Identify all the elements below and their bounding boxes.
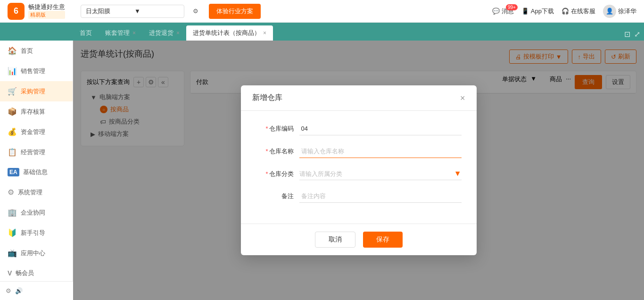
newbie-icon: 🔰 xyxy=(8,228,17,237)
tab-accounts-close-icon[interactable]: × xyxy=(132,30,136,36)
warehouse-category-select[interactable]: ▼ xyxy=(299,167,462,180)
tab-purchase-stats[interactable]: 进货单统计表（按商品） × xyxy=(186,25,273,41)
logo-sub: 精易版 xyxy=(28,11,65,19)
logo-icon: 6 xyxy=(8,3,25,20)
sales-icon: 📊 xyxy=(8,67,17,75)
warehouse-name-label: 仓库名称 xyxy=(256,147,294,156)
sidebar-bottom-bar: ⚙ 🔊 xyxy=(0,281,73,300)
search-box[interactable]: 日太阳膜 ▼ xyxy=(81,5,184,18)
tab-accounts[interactable]: 账套管理 × xyxy=(99,25,142,41)
search-dropdown-icon[interactable]: ▼ xyxy=(134,8,179,15)
sidebar-item-vip[interactable]: V 畅会员 xyxy=(0,263,73,283)
apps-icon: 📺 xyxy=(8,249,17,258)
page-content: 进货单统计(按商品) 🖨 按模板打印 ▼ ↑ 导出 ↺ 刷新 xyxy=(73,41,644,300)
logo-title: 畅捷通好生意 xyxy=(28,3,65,11)
category-dropdown-icon: ▼ xyxy=(454,169,462,178)
settings-bottom-icon[interactable]: ⚙ xyxy=(6,287,11,294)
experience-button[interactable]: 体验行业方案 xyxy=(209,4,261,19)
finance-icon: 💰 xyxy=(8,127,17,136)
form-row-remark: 备注 xyxy=(256,190,462,203)
modal-header: 新增仓库 × xyxy=(241,85,477,111)
sidebar-item-operation[interactable]: 📋 经营管理 xyxy=(0,142,73,162)
online-service-label: 在线客服 xyxy=(571,7,595,16)
vip-icon: V xyxy=(8,269,12,277)
top-header: 6 畅捷通好生意 精易版 日太阳膜 ▼ ⚙ 体验行业方案 💬 消息 99+ 📱 … xyxy=(0,0,644,23)
app-download-label: App下载 xyxy=(531,7,554,16)
speaker-icon[interactable]: 🔊 xyxy=(15,287,23,294)
sidebar-item-apps[interactable]: 📺 应用中心 xyxy=(0,243,73,263)
warehouse-code-input[interactable] xyxy=(299,122,462,135)
header-right: 💬 消息 99+ 📱 App下载 🎧 在线客服 👤 徐泽华 xyxy=(492,5,636,18)
sidebar-item-finance[interactable]: 💰 资金管理 xyxy=(0,122,73,142)
save-button[interactable]: 保存 xyxy=(363,232,403,248)
sidebar-item-sales[interactable]: 📊 销售管理 xyxy=(0,61,73,81)
tab-purchase-return-close-icon[interactable]: × xyxy=(176,30,180,36)
tab-purchase-return[interactable]: 进货退货 × xyxy=(142,25,186,41)
sidebar-item-basic[interactable]: EA 基础信息 xyxy=(0,162,73,182)
sidebar-item-home[interactable]: 🏠 首页 xyxy=(0,41,73,61)
sidebar-item-inventory[interactable]: 📦 库存核算 xyxy=(0,101,73,122)
sidebar-item-system[interactable]: ⚙ 系统管理 xyxy=(0,182,73,202)
tab-accounts-label: 账套管理 xyxy=(105,29,130,37)
basic-icon: EA xyxy=(8,168,19,176)
tab-purchase-stats-label: 进货单统计表（按商品） xyxy=(193,29,260,37)
sidebar-inventory-label: 库存核算 xyxy=(21,108,45,116)
search-value: 日太阳膜 xyxy=(86,7,131,16)
modal-title: 新增仓库 xyxy=(252,93,282,103)
system-icon: ⚙ xyxy=(8,188,14,197)
inventory-icon: 📦 xyxy=(8,107,17,116)
sidebar-apps-label: 应用中心 xyxy=(21,249,45,258)
form-row-code: 仓库编码 xyxy=(256,122,462,135)
sidebar-item-enterprise[interactable]: 🏢 企业协同 xyxy=(0,202,73,223)
remark-label: 备注 xyxy=(256,192,294,200)
sidebar: 🏠 首页 📊 销售管理 🛒 采购管理 📦 库存核算 💰 资金管理 📋 经营管理 … xyxy=(0,41,73,300)
sidebar-item-newbie[interactable]: 🔰 新手引导 xyxy=(0,223,73,243)
logo-area: 6 畅捷通好生意 精易版 xyxy=(8,3,81,20)
mobile-icon: 📱 xyxy=(521,8,529,15)
warehouse-name-input[interactable] xyxy=(299,145,462,158)
modal-body: 仓库编码 仓库名称 仓库分类 ▼ xyxy=(241,111,477,224)
modal-close-icon[interactable]: × xyxy=(460,94,465,102)
sidebar-purchase-label: 采购管理 xyxy=(21,87,45,96)
sidebar-sales-label: 销售管理 xyxy=(21,67,45,75)
tab-bar-actions: ⊡ ⤢ xyxy=(624,30,644,41)
app-download-item[interactable]: 📱 App下载 xyxy=(521,7,554,16)
tab-purchase-stats-close-icon[interactable]: × xyxy=(263,30,266,36)
message-item[interactable]: 💬 消息 99+ xyxy=(492,7,514,16)
warehouse-category-input[interactable] xyxy=(299,170,454,177)
modal-footer: 取消 保存 xyxy=(241,224,477,255)
modal-overlay: 新增仓库 × 仓库编码 仓库名称 仓库分类 xyxy=(73,41,644,300)
modal-new-warehouse: 新增仓库 × 仓库编码 仓库名称 仓库分类 xyxy=(241,85,477,255)
gear-icon[interactable]: ⚙ xyxy=(188,4,203,19)
main-layout: 🏠 首页 📊 销售管理 🛒 采购管理 📦 库存核算 💰 资金管理 📋 经营管理 … xyxy=(0,41,644,300)
header-search: 日太阳膜 ▼ ⚙ 体验行业方案 xyxy=(81,4,492,19)
user-item[interactable]: 👤 徐泽华 xyxy=(603,5,636,18)
tab-window-icon[interactable]: ⊡ xyxy=(624,30,630,39)
tab-bar: 首页 账套管理 × 进货退货 × 进货单统计表（按商品） × ⊡ ⤢ xyxy=(0,23,644,41)
username: 徐泽华 xyxy=(618,7,636,16)
warehouse-code-label: 仓库编码 xyxy=(256,125,294,133)
operation-icon: 📋 xyxy=(8,148,17,157)
sidebar-system-label: 系统管理 xyxy=(18,188,42,197)
headphone-icon: 🎧 xyxy=(561,8,569,15)
sidebar-vip-label: 畅会员 xyxy=(16,269,34,277)
cancel-button[interactable]: 取消 xyxy=(315,232,355,248)
message-badge: 99+ xyxy=(506,4,518,10)
form-row-name: 仓库名称 xyxy=(256,145,462,158)
tab-expand-icon[interactable]: ⤢ xyxy=(634,30,640,39)
sidebar-item-purchase[interactable]: 🛒 采购管理 xyxy=(0,81,73,101)
logo-text-area: 畅捷通好生意 精易版 xyxy=(28,3,65,19)
sidebar-finance-label: 资金管理 xyxy=(21,128,45,136)
online-service-item[interactable]: 🎧 在线客服 xyxy=(561,7,595,16)
tab-home-label: 首页 xyxy=(80,29,92,37)
warehouse-category-label: 仓库分类 xyxy=(256,170,294,178)
sidebar-enterprise-label: 企业协同 xyxy=(21,208,45,217)
sidebar-newbie-label: 新手引导 xyxy=(21,229,45,237)
remark-input[interactable] xyxy=(299,190,462,203)
avatar: 👤 xyxy=(603,5,616,18)
form-row-category: 仓库分类 ▼ xyxy=(256,167,462,180)
sidebar-home-label: 首页 xyxy=(21,47,33,55)
tab-purchase-return-label: 进货退货 xyxy=(149,29,173,37)
tab-home[interactable]: 首页 xyxy=(73,25,99,41)
sidebar-basic-label: 基础信息 xyxy=(23,168,48,176)
